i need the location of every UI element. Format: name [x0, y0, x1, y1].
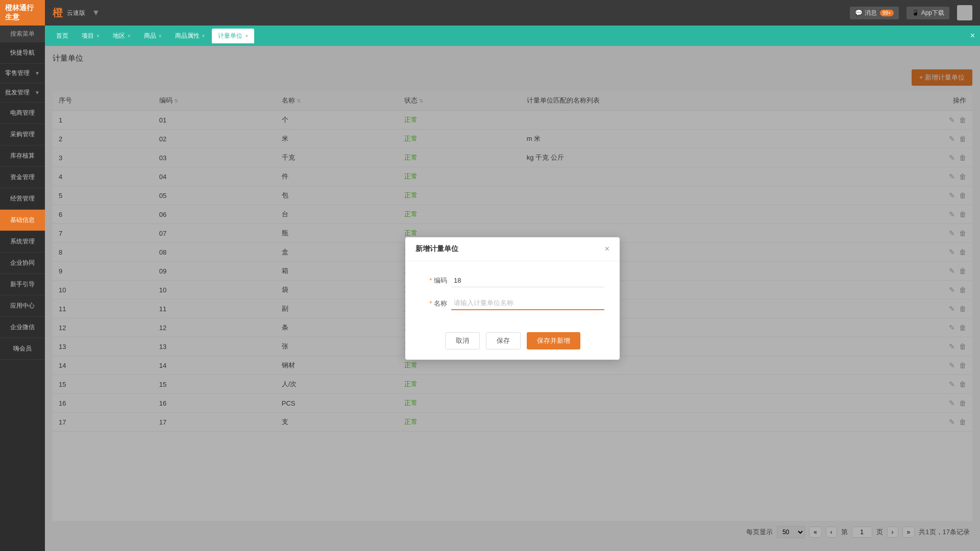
sidebar-item-member[interactable]: 嗨会员 — [0, 338, 45, 360]
logo: 橙林通行生意 — [0, 0, 45, 26]
code-input[interactable] — [451, 274, 604, 287]
dialog-header: 新增计量单位 × — [405, 237, 620, 261]
sidebar-item-finance[interactable]: 资金管理 — [0, 167, 45, 188]
sidebar-item-enterprise[interactable]: 企业微信 — [0, 317, 45, 338]
sidebar-item-quick-nav[interactable]: 快捷导航 — [0, 42, 45, 64]
phone-icon: 📱 — [912, 9, 919, 16]
code-form-row: * 编码 — [421, 274, 604, 287]
close-icon[interactable]: × — [245, 33, 248, 39]
sidebar-item-retail[interactable]: 零售管理 ▼ — [0, 64, 45, 83]
chevron-down-icon: ▼ — [35, 90, 40, 95]
tab-unit[interactable]: 计量单位 × — [212, 29, 254, 43]
close-icon[interactable]: × — [202, 33, 205, 39]
cancel-button[interactable]: 取消 — [445, 332, 480, 349]
sidebar-item-purchase[interactable]: 采购管理 — [0, 124, 45, 145]
tab-goods[interactable]: 商品 × — [138, 29, 168, 43]
brand-icon: 橙 — [53, 6, 63, 20]
close-icon[interactable]: × — [128, 33, 131, 39]
sidebar-item-ecommerce[interactable]: 电商管理 — [0, 103, 45, 124]
close-all-tabs-button[interactable]: × — [970, 31, 975, 40]
dialog-footer: 取消 保存 保存并新增 — [405, 330, 620, 360]
sidebar-item-basic[interactable]: 基础信息 — [0, 210, 45, 231]
dialog-body: * 编码 * 名称 — [405, 261, 620, 330]
name-label: * 名称 — [421, 299, 451, 308]
sidebar-item-system[interactable]: 系统管理 — [0, 231, 45, 253]
tab-goods-attr[interactable]: 商品属性 × — [169, 29, 211, 43]
modal-overlay[interactable]: 新增计量单位 × * 编码 * 名称 — [45, 46, 980, 551]
user-avatar[interactable] — [957, 5, 972, 20]
name-input[interactable] — [451, 296, 604, 310]
sidebar: 橙林通行生意 搜索菜单 快捷导航 零售管理 ▼ 批发管理 ▼ 电商管理 采购管理… — [0, 0, 45, 551]
dialog-close-button[interactable]: × — [605, 244, 609, 254]
name-required-mark: * — [429, 299, 432, 307]
tab-region[interactable]: 地区 × — [107, 29, 137, 43]
tab-bar: 首页 项目 × 地区 × 商品 × 商品属性 × 计量单位 × × — [45, 26, 980, 46]
sidebar-item-partner[interactable]: 企业协同 — [0, 253, 45, 274]
tab-home[interactable]: 首页 — [50, 29, 75, 43]
close-icon[interactable]: × — [159, 33, 162, 39]
sidebar-item-inventory[interactable]: 库存核算 — [0, 145, 45, 167]
name-form-row: * 名称 — [421, 296, 604, 310]
sidebar-item-operation[interactable]: 经营管理 — [0, 188, 45, 210]
tab-project[interactable]: 项目 × — [76, 29, 106, 43]
message-badge: 99+ — [880, 10, 894, 16]
sidebar-item-apps[interactable]: 应用中心 — [0, 295, 45, 317]
app-download-button[interactable]: 📱 App下载 — [906, 7, 949, 19]
main-content: 橙 云速版 ▼ 💬 消息 99+ 📱 App下载 首页 项目 × 地区 — [45, 0, 980, 551]
page-content: 计量单位 + 新增计量单位 序号 编码⇅ 名称⇅ 状态⇅ 计量单位匹配的名称列表… — [45, 46, 980, 551]
close-icon[interactable]: × — [96, 33, 100, 39]
logo-text: 橙林通行生意 — [5, 4, 40, 22]
chevron-down-icon: ▼ — [35, 70, 40, 76]
topbar: 橙 云速版 ▼ 💬 消息 99+ 📱 App下载 — [45, 0, 980, 26]
topbar-left: 橙 云速版 ▼ — [53, 6, 100, 20]
brand-subtitle: 云速版 — [67, 9, 85, 17]
add-unit-dialog: 新增计量单位 × * 编码 * 名称 — [405, 237, 620, 360]
save-button[interactable]: 保存 — [486, 332, 521, 349]
dialog-title: 新增计量单位 — [415, 244, 458, 254]
sidebar-item-wholesale[interactable]: 批发管理 ▼ — [0, 83, 45, 103]
sidebar-search[interactable]: 搜索菜单 — [0, 26, 45, 42]
dropdown-icon[interactable]: ▼ — [92, 8, 100, 17]
message-button[interactable]: 💬 消息 99+ — [850, 7, 899, 19]
code-label: * 编码 — [421, 276, 451, 285]
topbar-right: 💬 消息 99+ 📱 App下载 — [850, 5, 972, 20]
message-icon: 💬 — [855, 9, 863, 16]
save-and-new-button[interactable]: 保存并新增 — [527, 332, 580, 349]
code-required-mark: * — [429, 277, 432, 284]
sidebar-item-guide[interactable]: 新手引导 — [0, 274, 45, 295]
